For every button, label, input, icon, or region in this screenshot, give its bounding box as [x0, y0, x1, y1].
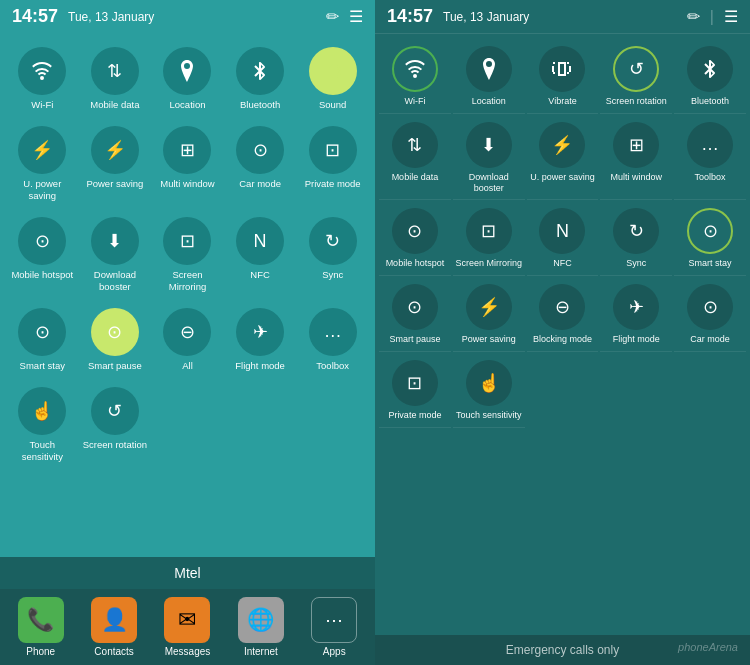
left-tile-location[interactable]: Location [153, 41, 222, 116]
right-tile-mobile-hotspot[interactable]: ⊙Mobile hotspot [379, 202, 451, 276]
right-tile-smart-pause[interactable]: ⊙Smart pause [379, 278, 451, 352]
left-tile-icon-mobile-data: ⇅ [91, 47, 139, 95]
left-tile-label-toolbox: Toolbox [316, 360, 349, 371]
dock-contacts-label: Contacts [94, 646, 133, 657]
left-tile-icon-sound [309, 47, 357, 95]
left-tile-private-mode[interactable]: ⊡Private mode [298, 120, 367, 207]
right-tile-mobile-data[interactable]: ⇅Mobile data [379, 116, 451, 201]
right-tile-label-car-mode: Car mode [690, 334, 730, 345]
dock-phone[interactable]: 📞 Phone [18, 597, 64, 657]
right-tile-label-flight-mode: Flight mode [613, 334, 660, 345]
right-tile-icon-touch-sensitivity: ☝ [466, 360, 512, 406]
right-tile-label-power-saving: Power saving [462, 334, 516, 345]
right-status-bar: 14:57 Tue, 13 January ✏ | ☰ [375, 0, 750, 34]
right-tile-label-smart-pause: Smart pause [389, 334, 440, 345]
left-tile-icon-location [163, 47, 211, 95]
left-tile-bluetooth[interactable]: Bluetooth [226, 41, 295, 116]
apps-icon: ⋯ [311, 597, 357, 643]
right-tile-icon-vibrate [539, 46, 585, 92]
left-tile-mobile-hotspot[interactable]: ⊙Mobile hotspot [8, 211, 77, 298]
right-tile-nfc[interactable]: NNFC [527, 202, 599, 276]
right-tile-multi-window[interactable]: ⊞Multi window [600, 116, 672, 201]
right-tile-blocking-mode[interactable]: ⊖Blocking mode [527, 278, 599, 352]
left-tile-icon-download-booster: ⬇ [91, 217, 139, 265]
right-tile-label-touch-sensitivity: Touch sensitivity [456, 410, 522, 421]
right-tile-touch-sensitivity[interactable]: ☝Touch sensitivity [453, 354, 525, 428]
dock-internet[interactable]: 🌐 Internet [238, 597, 284, 657]
dock-contacts[interactable]: 👤 Contacts [91, 597, 137, 657]
left-tile-icon-multi-window: ⊞ [163, 126, 211, 174]
right-tile-icon-location [466, 46, 512, 92]
left-tile-all[interactable]: ⊖All [153, 302, 222, 377]
right-tile-label-screen-rotation: Screen rotation [606, 96, 667, 107]
right-tile-sync[interactable]: ↻Sync [600, 202, 672, 276]
left-tile-sound[interactable]: Sound [298, 41, 367, 116]
left-tile-power-saving[interactable]: ⚡Power saving [81, 120, 150, 207]
right-tile-label-screen-mirroring: Screen Mirroring [455, 258, 522, 269]
right-tile-private-mode[interactable]: ⊡Private mode [379, 354, 451, 428]
right-tile-car-mode[interactable]: ⊙Car mode [674, 278, 746, 352]
dock-phone-label: Phone [26, 646, 55, 657]
left-tile-u-power-saving[interactable]: ⚡U. power saving [8, 120, 77, 207]
emergency-bar: Emergency calls only phoneArena [375, 635, 750, 665]
left-tile-smart-stay[interactable]: ⊙Smart stay [8, 302, 77, 377]
right-tile-bluetooth[interactable]: Bluetooth [674, 40, 746, 114]
left-tile-mobile-data[interactable]: ⇅Mobile data [81, 41, 150, 116]
right-tile-location[interactable]: Location [453, 40, 525, 114]
left-tile-label-download-booster: Download booster [83, 269, 148, 292]
right-tile-toolbox[interactable]: …Toolbox [674, 116, 746, 201]
right-tile-icon-mobile-data: ⇅ [392, 122, 438, 168]
right-tile-icon-mobile-hotspot: ⊙ [392, 208, 438, 254]
left-tile-car-mode[interactable]: ⊙Car mode [226, 120, 295, 207]
right-tile-flight-mode[interactable]: ✈Flight mode [600, 278, 672, 352]
left-tile-icon-power-saving: ⚡ [91, 126, 139, 174]
right-tile-icon-smart-pause: ⊙ [392, 284, 438, 330]
left-tile-multi-window[interactable]: ⊞Multi window [153, 120, 222, 207]
left-tile-nfc[interactable]: NNFC [226, 211, 295, 298]
right-tile-icon-wifi [392, 46, 438, 92]
left-tile-icon-smart-stay: ⊙ [18, 308, 66, 356]
right-date: Tue, 13 January [443, 10, 529, 24]
left-tile-touch-sensitivity[interactable]: ☝Touch sensitivity [8, 381, 77, 468]
right-tile-icon-flight-mode: ✈ [613, 284, 659, 330]
left-tile-icon-toolbox: … [309, 308, 357, 356]
dock-messages-label: Messages [165, 646, 211, 657]
right-tile-u-power-saving[interactable]: ⚡U. power saving [527, 116, 599, 201]
left-tile-download-booster[interactable]: ⬇Download booster [81, 211, 150, 298]
right-tile-icon-private-mode: ⊡ [392, 360, 438, 406]
left-tile-icon-smart-pause: ⊙ [91, 308, 139, 356]
right-tile-label-wifi: Wi-Fi [404, 96, 425, 107]
left-tile-wifi[interactable]: Wi-Fi [8, 41, 77, 116]
right-tile-screen-rotation[interactable]: ↺Screen rotation [600, 40, 672, 114]
edit-icon[interactable]: ✏ [326, 7, 339, 26]
left-tile-screen-mirroring[interactable]: ⊡Screen Mirroring [153, 211, 222, 298]
left-date: Tue, 13 January [68, 10, 154, 24]
right-tile-smart-stay[interactable]: ⊙Smart stay [674, 202, 746, 276]
left-tile-toolbox[interactable]: …Toolbox [298, 302, 367, 377]
left-tile-label-touch-sensitivity: Touch sensitivity [10, 439, 75, 462]
left-tile-sync[interactable]: ↻Sync [298, 211, 367, 298]
left-tile-flight-mode[interactable]: ✈Flight mode [226, 302, 295, 377]
right-tile-label-sync: Sync [626, 258, 646, 269]
dock-messages[interactable]: ✉ Messages [164, 597, 210, 657]
right-tile-download-booster[interactable]: ⬇Download booster [453, 116, 525, 201]
right-tile-power-saving[interactable]: ⚡Power saving [453, 278, 525, 352]
right-tile-label-toolbox: Toolbox [695, 172, 726, 183]
left-tile-icon-all: ⊖ [163, 308, 211, 356]
right-edit-icon[interactable]: ✏ [687, 7, 700, 26]
contacts-icon: 👤 [91, 597, 137, 643]
left-tile-smart-pause[interactable]: ⊙Smart pause [81, 302, 150, 377]
dock-apps[interactable]: ⋯ Apps [311, 597, 357, 657]
left-dock: 📞 Phone 👤 Contacts ✉ Messages 🌐 Internet… [0, 589, 375, 665]
right-tile-label-mobile-data: Mobile data [392, 172, 439, 183]
right-tile-screen-mirroring[interactable]: ⊡Screen Mirroring [453, 202, 525, 276]
menu-icon[interactable]: ☰ [349, 7, 363, 26]
left-tile-screen-rotation[interactable]: ↺Screen rotation [81, 381, 150, 468]
right-tile-vibrate[interactable]: Vibrate [527, 40, 599, 114]
right-menu-icon[interactable]: ☰ [724, 7, 738, 26]
left-tile-icon-bluetooth [236, 47, 284, 95]
right-tile-icon-power-saving: ⚡ [466, 284, 512, 330]
left-time: 14:57 [12, 6, 58, 27]
right-tile-wifi[interactable]: Wi-Fi [379, 40, 451, 114]
left-quick-tiles: Wi-Fi⇅Mobile dataLocationBluetoothSound⚡… [0, 33, 375, 557]
